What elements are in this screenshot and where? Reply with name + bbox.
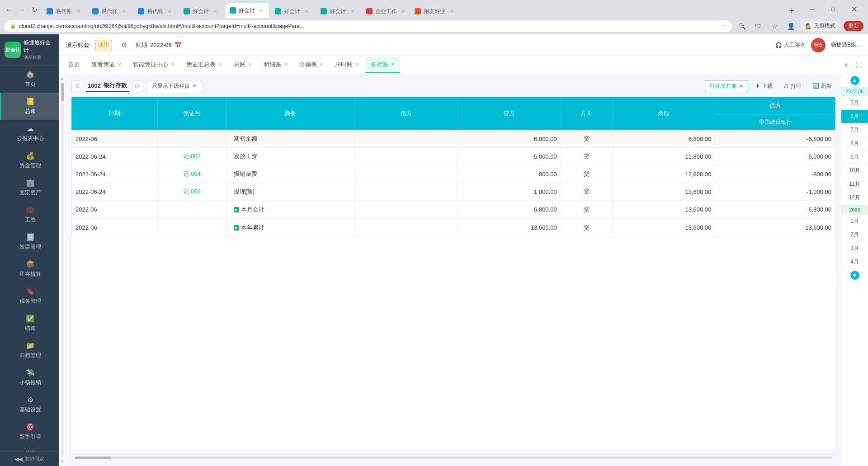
left-scroll[interactable]: ▲ ▼ <box>59 74 66 466</box>
sidebar-item-资金管理[interactable]: 💰资金管理 <box>0 147 59 174</box>
cell-voucher[interactable]: 记-002 <box>157 148 226 165</box>
update-button[interactable]: 更新 <box>844 21 863 31</box>
date-month-item-2023-1月[interactable]: 1月 <box>841 215 868 228</box>
scroll-thumb[interactable] <box>61 83 64 101</box>
scroll-down-arrow[interactable]: ▼ <box>60 459 65 464</box>
date-month-item-2023-3月[interactable]: 3月 <box>841 242 868 255</box>
date-down-arrow[interactable]: ▼ <box>850 271 859 280</box>
cell-voucher[interactable]: 记-006 <box>157 183 226 201</box>
tab-close-2[interactable]: ✕ <box>122 9 126 14</box>
app-tab-序时账[interactable]: 序时账✕ <box>330 57 364 73</box>
app-tab-多栏账[interactable]: 多栏账✕ <box>365 57 400 73</box>
date-up-arrow[interactable]: ▲ <box>850 76 859 85</box>
bottom-scrollbar[interactable] <box>71 454 835 461</box>
maximize-button[interactable]: ◻ <box>823 3 844 15</box>
forward-button[interactable]: → <box>16 5 27 15</box>
date-month-item-6月[interactable]: 6月 <box>841 110 868 123</box>
account-selector[interactable]: 1002 银行存款 <box>86 80 129 92</box>
sidebar-item-畅会员[interactable]: 👑畅会员 <box>0 445 59 452</box>
app-tab-close[interactable]: ✕ <box>118 62 121 67</box>
user-avatar[interactable]: 畅捷 <box>811 38 826 52</box>
app-tab-凭证汇总表[interactable]: 凭证汇总表✕ <box>181 57 227 73</box>
date-month-item-5月[interactable]: 5月 <box>841 96 868 110</box>
browser-tab-5[interactable]: 好会计✕ <box>225 3 270 18</box>
date-month-item-7月[interactable]: 7月 <box>841 123 868 137</box>
minimize-button[interactable]: ─ <box>802 3 823 15</box>
sidebar-item-结账[interactable]: ✅结账 <box>0 310 59 337</box>
prev-account-button[interactable]: ◁ <box>71 80 82 91</box>
search-icon[interactable]: 🔍 <box>736 20 748 33</box>
print-button[interactable]: 🖨 打印 <box>780 80 805 92</box>
browser-tab-3[interactable]: 易代账✕ <box>133 5 179 18</box>
calendar-icon[interactable]: 📅 <box>175 42 182 48</box>
browser-tab-4[interactable]: 好会计✕ <box>179 5 224 18</box>
scroll-up-arrow[interactable]: ▲ <box>60 76 65 81</box>
reload-button[interactable]: ↻ <box>29 5 40 15</box>
collapse-icon[interactable]: ✕ <box>841 60 852 71</box>
app-tab-智能凭证中心[interactable]: 智能凭证中心✕ <box>127 57 180 73</box>
cell-voucher[interactable]: 记-004 <box>157 165 226 183</box>
browser-tab-6[interactable]: 好会计✕ <box>270 5 316 18</box>
app-tab-close[interactable]: ✕ <box>391 62 395 67</box>
address-bar[interactable]: 🔒 cloud2.chanjet.com/accounting/uh26t264… <box>5 20 732 32</box>
date-month-item-2023-4月[interactable]: 4月 <box>841 255 868 269</box>
app-tab-查看凭证[interactable]: 查看凭证✕ <box>86 57 127 73</box>
sidebar-item-基础设置[interactable]: ⚙基础设置 <box>0 391 59 418</box>
tab-close-7[interactable]: ✕ <box>350 9 354 14</box>
browser-tab-9[interactable]: 用友好业✕ <box>410 5 458 18</box>
user-name[interactable]: 畅捷通B组... <box>831 41 861 49</box>
tab-close-4[interactable]: ✕ <box>213 9 217 14</box>
sidebar-item-库存核算[interactable]: 📦库存核算 <box>0 255 59 282</box>
sidebar-logo[interactable]: 好会计 畅捷通好会计 演示账套 <box>0 34 59 66</box>
app-tab-明细账[interactable]: 明细账✕ <box>258 57 293 73</box>
settings-icon[interactable]: ⚙ <box>118 39 130 52</box>
tabs-expand-button[interactable]: ✕⛶ <box>841 60 864 71</box>
browser-tab-1[interactable]: 易代账✕ <box>42 5 87 18</box>
tab-close-9[interactable]: ✕ <box>450 9 453 14</box>
sidebar-item-归档管理[interactable]: 📁归档管理 <box>0 337 59 364</box>
expand-icon[interactable]: ⛶ <box>854 60 864 71</box>
refresh-button[interactable]: 🔄 刷新 <box>809 80 835 92</box>
app-tab-close[interactable]: ✕ <box>248 62 252 67</box>
sidebar-item-税务管理[interactable]: 🔖税务管理 <box>0 282 59 310</box>
date-month-item-9月[interactable]: 9月 <box>841 151 868 164</box>
sidebar-item-固定资产[interactable]: 🏢固定资产 <box>0 174 59 201</box>
feature-btn[interactable]: 特殊多栏账 ▼ <box>705 80 748 92</box>
sidebar-item-总账[interactable]: 📒总账 <box>0 93 59 120</box>
add-tab-button[interactable]: + <box>785 5 798 17</box>
tab-close-1[interactable]: ✕ <box>76 9 80 14</box>
app-tab-close[interactable]: ✕ <box>171 62 175 67</box>
app-tab-余额表[interactable]: 余额表✕ <box>294 57 329 73</box>
sidebar-item-发票管理[interactable]: 🧾发票管理 <box>0 228 59 255</box>
tab-close-3[interactable]: ✕ <box>168 9 171 14</box>
sidebar-item-首页[interactable]: 🏠首页 <box>0 66 59 93</box>
profile-icon[interactable]: 👤 <box>784 20 797 33</box>
tab-close-8[interactable]: ✕ <box>401 9 405 14</box>
download-button[interactable]: ⬇ 下载 <box>752 80 776 92</box>
shield-icon[interactable]: 🛡 <box>752 20 764 33</box>
app-tab-close[interactable]: ✕ <box>284 62 288 67</box>
date-month-item-12月[interactable]: 12月 <box>841 191 868 205</box>
app-tab-首页[interactable]: 首页 <box>62 57 85 73</box>
back-button[interactable]: ← <box>4 5 14 15</box>
star-icon[interactable]: ☆ <box>768 20 781 33</box>
sub-filter[interactable]: 只显示下级科目 ▼ <box>147 80 202 92</box>
h-scroll-thumb[interactable] <box>75 457 111 459</box>
sidebar-bottom[interactable]: ◀◀ 取消固定 <box>0 452 59 466</box>
app-tab-总账[interactable]: 总账✕ <box>228 57 257 73</box>
app-tab-close[interactable]: ✕ <box>218 62 222 67</box>
app-tab-close[interactable]: ✕ <box>355 62 359 67</box>
date-month-item-11月[interactable]: 11月 <box>841 178 868 191</box>
close-button[interactable]: ✕ <box>844 3 864 15</box>
tab-close-6[interactable]: ✕ <box>305 9 308 14</box>
sidebar-item-工资[interactable]: 💼工资 <box>0 201 59 228</box>
date-month-item-8月[interactable]: 8月 <box>841 137 868 151</box>
sidebar-item-新手引导[interactable]: 🎯新手引导 <box>0 418 59 445</box>
consult-button[interactable]: 🎧 人工咨询 <box>775 41 806 49</box>
app-tab-close[interactable]: ✕ <box>320 62 323 67</box>
date-month-item-10月[interactable]: 10月 <box>841 164 868 178</box>
browser-tab-8[interactable]: 企业工作✕ <box>362 5 410 18</box>
browser-tab-7[interactable]: 好会计✕ <box>316 5 361 18</box>
sidebar-item-云报表中心[interactable]: ☁云报表中心 <box>0 120 59 147</box>
tab-close-5[interactable]: ✕ <box>259 8 263 13</box>
